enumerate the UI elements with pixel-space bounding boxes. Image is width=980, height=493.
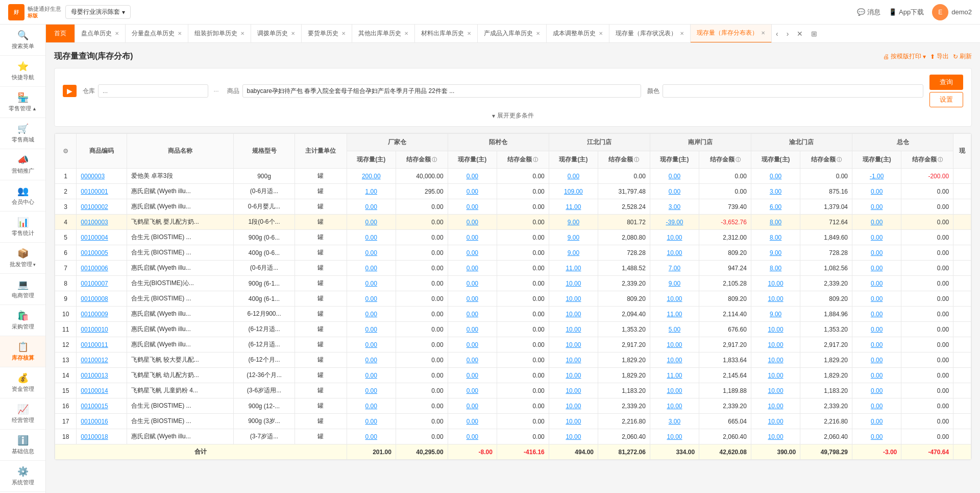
tab-transfer[interactable]: 调拨单历史 ✕: [251, 25, 302, 43]
sidebar-item-operations[interactable]: 📈 经营管理: [0, 398, 45, 430]
row-mucun-qty[interactable]: 0.00: [448, 368, 497, 383]
tab-close-stock-dist[interactable]: ✕: [761, 30, 765, 36]
row-jiangbei-qty[interactable]: 11.00: [549, 261, 598, 276]
tab-split-inventory[interactable]: 分量盘点单历史 ✕: [126, 25, 188, 43]
row-code[interactable]: 00100001: [77, 184, 127, 199]
tab-close-product-in[interactable]: ✕: [536, 31, 540, 36]
row-zongcang-qty[interactable]: 0.00: [852, 230, 901, 245]
user-area[interactable]: E demo2: [932, 4, 972, 20]
row-yubei-qty[interactable]: 10.00: [751, 383, 800, 398]
row-code[interactable]: 00100011: [77, 337, 127, 353]
sidebar-item-finance[interactable]: 💰 资金管理: [0, 367, 45, 398]
row-code[interactable]: 00100013: [77, 368, 127, 383]
expand-search-btn[interactable]: ▶: [63, 85, 77, 97]
row-yubei-qty[interactable]: 9.00: [751, 307, 800, 322]
sidebar-item-marketing[interactable]: 📣 营销推广: [0, 149, 45, 180]
row-jiangbei-qty[interactable]: 10.00: [549, 337, 598, 353]
app-download-btn[interactable]: 📱 App下载: [889, 8, 924, 17]
row-nanan-qty[interactable]: 10.00: [650, 383, 699, 398]
tab-current-stock[interactable]: 现存量（库存状况表） ✕: [609, 25, 691, 43]
row-mucun-qty[interactable]: 0.00: [448, 337, 497, 353]
row-nanan-qty[interactable]: 10.00: [650, 337, 699, 353]
row-mucun-qty[interactable]: 0.00: [448, 230, 497, 245]
industry-select[interactable]: 母婴行业演示陈套 ▾: [65, 5, 131, 19]
row-code[interactable]: 00100005: [77, 245, 127, 261]
row-code[interactable]: 00100018: [77, 429, 127, 444]
tab-product-in[interactable]: 产成品入库单历史 ✕: [478, 25, 547, 43]
row-code[interactable]: 00100004: [77, 230, 127, 245]
row-jiangbei-qty[interactable]: 0.00: [549, 169, 598, 184]
th-gear[interactable]: ⚙: [55, 134, 77, 169]
row-nanan-qty[interactable]: 10.00: [650, 245, 699, 261]
warehouse-dots[interactable]: ···: [211, 87, 220, 95]
row-yubei-qty[interactable]: 10.00: [751, 291, 800, 307]
row-jiangbei-qty[interactable]: 10.00: [549, 368, 598, 383]
row-nanan-qty[interactable]: 3.00: [650, 414, 699, 429]
row-mucun-qty[interactable]: 0.00: [448, 291, 497, 307]
row-jiangbei-qty[interactable]: 10.00: [549, 276, 598, 291]
info-icon5[interactable]: ⓘ: [837, 157, 842, 162]
row-nanan-qty[interactable]: 11.00: [650, 368, 699, 383]
row-zongcang-qty[interactable]: 0.00: [852, 291, 901, 307]
message-btn[interactable]: 💬 消息: [857, 8, 880, 17]
row-changejia-qty[interactable]: 0.00: [347, 398, 396, 414]
row-mucun-qty[interactable]: 0.00: [448, 215, 497, 230]
row-yubei-qty[interactable]: 10.00: [751, 414, 800, 429]
row-mucun-qty[interactable]: 0.00: [448, 383, 497, 398]
row-code[interactable]: 00100006: [77, 261, 127, 276]
tab-close-assembly[interactable]: ✕: [240, 31, 244, 36]
tab-close-other-out[interactable]: ✕: [404, 31, 408, 36]
tab-close-transfer[interactable]: ✕: [291, 31, 295, 36]
row-code[interactable]: 00100008: [77, 291, 127, 307]
row-changejia-qty[interactable]: 0.00: [347, 337, 396, 353]
sidebar-item-wholesale[interactable]: 📦 批发管理 ▾: [0, 243, 45, 274]
sidebar-item-member[interactable]: 👥 会员中心: [0, 180, 45, 212]
row-zongcang-qty[interactable]: 0.00: [852, 429, 901, 444]
row-code[interactable]: 00100010: [77, 322, 127, 337]
tab-close-cost-adjust[interactable]: ✕: [599, 31, 603, 36]
row-mucun-qty[interactable]: 0.00: [448, 199, 497, 215]
row-nanan-qty[interactable]: 7.00: [650, 261, 699, 276]
setting-btn[interactable]: 设置: [929, 92, 963, 107]
row-changejia-qty[interactable]: 0.00: [347, 215, 396, 230]
sidebar-item-system[interactable]: ⚙️ 系统管理: [0, 461, 45, 492]
print-btn[interactable]: 🖨 按模版打印 ▾: [883, 52, 926, 61]
sidebar-item-retail-mgmt[interactable]: 🏪 零售管理 ▲: [0, 87, 45, 118]
tab-material-out[interactable]: 材料出库单历史 ✕: [415, 25, 478, 43]
row-zongcang-qty[interactable]: 0.00: [852, 276, 901, 291]
row-changejia-qty[interactable]: 0.00: [347, 261, 396, 276]
row-code[interactable]: 00100002: [77, 199, 127, 215]
row-changejia-qty[interactable]: 0.00: [347, 383, 396, 398]
row-yubei-qty[interactable]: 10.00: [751, 353, 800, 368]
info-icon6[interactable]: ⓘ: [938, 157, 943, 162]
row-yubei-qty[interactable]: 10.00: [751, 322, 800, 337]
row-nanan-qty[interactable]: 10.00: [650, 291, 699, 307]
gear-icon[interactable]: ⚙: [63, 148, 68, 155]
row-jiangbei-qty[interactable]: 10.00: [549, 398, 598, 414]
row-zongcang-qty[interactable]: 0.00: [852, 353, 901, 368]
row-code[interactable]: 00100016: [77, 414, 127, 429]
row-jiangbei-qty[interactable]: 10.00: [549, 383, 598, 398]
row-changejia-qty[interactable]: 0.00: [347, 368, 396, 383]
row-code[interactable]: 00100014: [77, 383, 127, 398]
row-zongcang-qty[interactable]: 0.00: [852, 337, 901, 353]
row-changejia-qty[interactable]: 0.00: [347, 291, 396, 307]
row-changejia-qty[interactable]: 0.00: [347, 429, 396, 444]
row-zongcang-qty[interactable]: 0.00: [852, 261, 901, 276]
row-changejia-qty[interactable]: 0.00: [347, 322, 396, 337]
row-mucun-qty[interactable]: 0.00: [448, 261, 497, 276]
export-btn[interactable]: ⬆ 导出: [930, 52, 949, 61]
row-jiangbei-qty[interactable]: 9.00: [549, 245, 598, 261]
row-yubei-qty[interactable]: 6.00: [751, 199, 800, 215]
tab-close-split-inventory[interactable]: ✕: [178, 31, 182, 36]
row-code[interactable]: 00100012: [77, 353, 127, 368]
row-zongcang-qty[interactable]: 0.00: [852, 368, 901, 383]
row-yubei-qty[interactable]: 10.00: [751, 398, 800, 414]
row-code[interactable]: 0000003: [77, 169, 127, 184]
row-changejia-qty[interactable]: 0.00: [347, 199, 396, 215]
tab-menu-btn[interactable]: ⊞: [807, 25, 821, 43]
tab-other-out[interactable]: 其他出库单历史 ✕: [352, 25, 415, 43]
row-zongcang-qty[interactable]: 0.00: [852, 184, 901, 199]
row-jiangbei-qty[interactable]: 10.00: [549, 291, 598, 307]
tab-close-inventory-single[interactable]: ✕: [115, 31, 119, 36]
